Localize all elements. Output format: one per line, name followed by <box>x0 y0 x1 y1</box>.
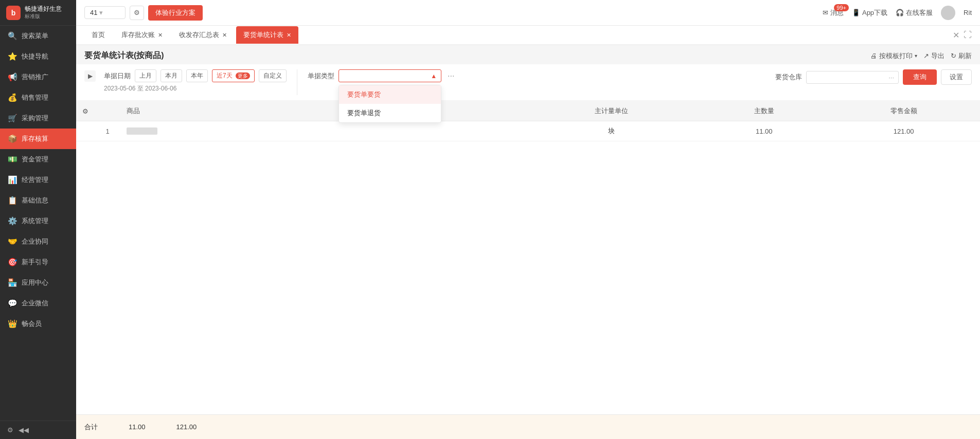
sidebar-item-sales[interactable]: 💰 销售管理 <box>0 87 76 108</box>
user-avatar[interactable] <box>941 6 955 20</box>
filter-date-group: 单据日期 上月 本月 本年 近7天 更多 自定义 2023-05-06 至 20… <box>104 69 287 93</box>
tab-order-stats[interactable]: 要货单统计表 ✕ <box>236 26 298 44</box>
sidebar-item-quicknav[interactable]: ⭐ 快捷导航 <box>0 46 76 67</box>
print-label: 按模板打印 <box>879 51 913 61</box>
tabs-bar: 首页 库存批次账 ✕ 收发存汇总表 ✕ 要货单统计表 ✕ ✕ ⛶ <box>76 26 980 45</box>
date-btn-year[interactable]: 本年 <box>186 69 208 82</box>
store-selector[interactable]: 41 ▾ <box>84 6 126 19</box>
page-title: 要货单统计表(按商品) <box>84 50 164 61</box>
refresh-button[interactable]: ↻ 刷新 <box>951 51 972 61</box>
finance-icon: 💵 <box>7 154 17 164</box>
store-dropdown-icon: ▾ <box>99 9 103 16</box>
sidebar-label-operations: 经营管理 <box>22 175 48 185</box>
app-logo-icon: b <box>6 6 21 20</box>
newguide-icon: 🎯 <box>7 257 17 267</box>
tab-expand-button[interactable]: ⛶ <box>964 30 972 40</box>
sidebar-collapse-btn[interactable]: ◀◀ <box>19 426 29 434</box>
download-icon: 📱 <box>852 9 860 16</box>
sidebar-item-appcenter[interactable]: 🏪 应用中心 <box>0 272 76 293</box>
column-settings-icon[interactable]: ⚙ <box>82 107 88 115</box>
doctype-selected-value <box>343 72 431 80</box>
tab-home[interactable]: 首页 <box>84 26 112 44</box>
sidebar-label-search: 搜索菜单 <box>22 31 48 41</box>
print-expand-icon: ▾ <box>915 53 917 59</box>
sidebar-label-sales: 销售管理 <box>22 93 48 102</box>
warehouse-label: 要货仓库 <box>775 72 802 82</box>
basics-icon: 📋 <box>7 195 17 206</box>
filter-doctype-group: 单据类型 ▲ 要货单要货 要货单退货 ··· <box>308 69 456 82</box>
tab-close-inventory-batch[interactable]: ✕ <box>158 32 163 39</box>
sidebar-item-purchase[interactable]: 🛒 采购管理 <box>0 108 76 129</box>
sidebar-item-operations[interactable]: 📊 经营管理 <box>0 170 76 190</box>
td-amount: 121.00 <box>827 121 980 141</box>
data-table-container: ⚙ 商品 主计量单位 主数量 零售金额 1 <box>76 101 980 414</box>
filter-expand-button[interactable]: ▶ <box>84 70 96 82</box>
query-button[interactable]: 查询 <box>903 69 937 85</box>
corp-icon: 🤝 <box>7 236 17 247</box>
sidebar-item-newguide[interactable]: 🎯 新手引导 <box>0 252 76 272</box>
totals-amount-item: 121.00 <box>176 423 197 431</box>
trial-industry-button[interactable]: 体验行业方案 <box>148 5 203 21</box>
filter-bar: ▶ 单据日期 上月 本月 本年 近7天 更多 自定义 2023-05-06 至 … <box>76 64 980 100</box>
sidebar-item-marketing[interactable]: 📢 营销推广 <box>0 67 76 87</box>
totals-bar: 合计 11.00 121.00 <box>76 414 980 439</box>
totals-label: 合计 <box>84 423 98 432</box>
date-btn-cur[interactable]: 本月 <box>161 69 182 82</box>
online-service-label: 在线客服 <box>906 8 933 17</box>
main-area: 41 ▾ ⚙ 体验行业方案 ✉ 消息 99+ 📱 App下载 🎧 在线客服 <box>76 0 980 439</box>
warehouse-placeholder <box>811 74 813 81</box>
sidebar-item-corpwx[interactable]: 💬 企业微信 <box>0 293 76 314</box>
page-content: 要货单统计表(按商品) 🖨 按模板打印 ▾ ↗ 导出 ↻ 刷新 ▶ <box>76 45 980 439</box>
filter-doctype-row: 单据类型 ▲ 要货单要货 要货单退货 ··· <box>308 69 456 82</box>
message-button[interactable]: ✉ 消息 99+ <box>823 8 844 17</box>
sidebar-item-system[interactable]: ⚙️ 系统管理 <box>0 211 76 231</box>
tab-home-label: 首页 <box>92 30 105 40</box>
tab-close-all-button[interactable]: ✕ <box>953 30 959 40</box>
system-icon: ⚙️ <box>7 216 17 226</box>
print-template-button[interactable]: 🖨 按模板打印 ▾ <box>870 51 917 61</box>
sidebar-item-finance[interactable]: 💵 资金管理 <box>0 149 76 170</box>
print-icon: 🖨 <box>870 52 877 60</box>
doctype-selector-wrapper: ▲ 要货单要货 要货单退货 <box>338 69 441 82</box>
topbar-gear-button[interactable]: ⚙ <box>130 6 144 20</box>
doctype-select-field[interactable]: ▲ <box>338 69 441 82</box>
warehouse-select-field[interactable]: ··· <box>806 71 899 84</box>
sidebar-label-basics: 基础信息 <box>22 196 48 205</box>
sidebar-label-appcenter: 应用中心 <box>22 278 48 287</box>
filter-right-group: 要货仓库 ··· 查询 设置 <box>775 69 972 85</box>
date-btn-7days[interactable]: 近7天 更多 <box>212 69 255 82</box>
table-header-row: ⚙ 商品 主计量单位 主数量 零售金额 <box>76 101 980 121</box>
sales-icon: 💰 <box>7 93 17 103</box>
dropdown-item-order-goods[interactable]: 要货单要货 <box>339 85 441 104</box>
sidebar-item-basics[interactable]: 📋 基础信息 <box>0 190 76 211</box>
tab-close-recv-send[interactable]: ✕ <box>222 32 227 39</box>
doctype-more-button[interactable]: ··· <box>446 71 456 81</box>
dropdown-item-order-return[interactable]: 要货单退货 <box>339 104 441 122</box>
online-service-button[interactable]: 🎧 在线客服 <box>896 8 933 17</box>
filter-date-row: 单据日期 上月 本月 本年 近7天 更多 自定义 <box>104 69 287 82</box>
tab-recv-send[interactable]: 收发存汇总表 ✕ <box>172 26 234 44</box>
sidebar-label-corp: 企业协同 <box>22 237 48 246</box>
totals-qty-value: 11.00 <box>129 423 146 431</box>
export-button[interactable]: ↗ 导出 <box>923 51 945 61</box>
totals-qty-item: 11.00 <box>129 423 146 431</box>
date-btn-custom[interactable]: 自定义 <box>259 69 287 82</box>
refresh-icon: ↻ <box>951 52 956 60</box>
sidebar-item-inventory[interactable]: 📦 库存核算 <box>0 129 76 149</box>
filter-settings-button[interactable]: 设置 <box>941 69 972 85</box>
corpwx-icon: 💬 <box>7 298 17 308</box>
tab-close-order-stats[interactable]: ✕ <box>287 32 291 39</box>
app-download-button[interactable]: 📱 App下载 <box>852 8 887 17</box>
sidebar-nav: 🔍 搜索菜单 ⭐ 快捷导航 📢 营销推广 💰 销售管理 🛒 采购管理 📦 库存核… <box>0 26 76 420</box>
sidebar-settings-btn[interactable]: ⚙ <box>7 426 13 434</box>
sidebar-item-search[interactable]: 🔍 搜索菜单 <box>0 26 76 46</box>
th-qty: 主数量 <box>701 101 827 121</box>
date-btn-up[interactable]: 上月 <box>135 69 156 82</box>
tab-inventory-batch[interactable]: 库存批次账 ✕ <box>114 26 170 44</box>
tab-recv-send-label: 收发存汇总表 <box>179 30 219 40</box>
td-index: 1 <box>95 121 120 141</box>
search-icon: 🔍 <box>7 31 17 41</box>
vip-icon: 👑 <box>7 319 17 329</box>
sidebar-item-vip[interactable]: 👑 畅会员 <box>0 314 76 334</box>
sidebar-item-corp[interactable]: 🤝 企业协同 <box>0 231 76 252</box>
